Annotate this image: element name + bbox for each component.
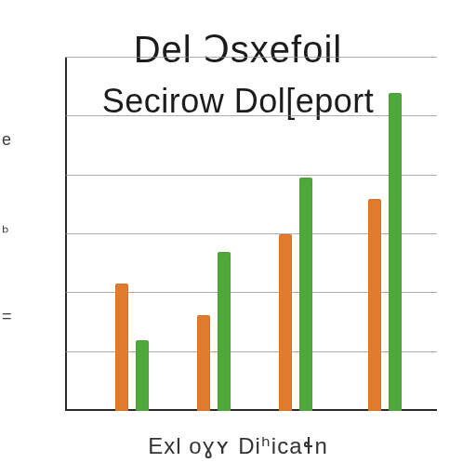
bar-green-0 (136, 340, 149, 411)
bar-green-2 (299, 178, 312, 411)
bar-green-3 (389, 93, 402, 411)
bar-orange-0 (115, 284, 128, 411)
gridline-2 (65, 233, 437, 234)
gridline-3 (65, 175, 437, 176)
bar-green-1 (218, 252, 231, 411)
bar-orange-1 (197, 315, 210, 411)
y-tick-1: ᵇ (2, 222, 58, 243)
gridline-4 (65, 115, 437, 116)
plot-area (65, 58, 437, 411)
gridline-5 (65, 57, 437, 58)
bar-orange-3 (368, 199, 381, 411)
bar-orange-2 (279, 234, 292, 411)
y-tick-2: = (2, 307, 58, 326)
y-tick-0: e (2, 130, 58, 150)
x-axis-label: Exl oɣʏ Diʰicaɬn (0, 433, 476, 459)
chart-canvas: Del Ɔsxefoil Secirow Dol[eport e ᵇ = Exl… (0, 0, 476, 476)
y-axis (65, 58, 67, 411)
